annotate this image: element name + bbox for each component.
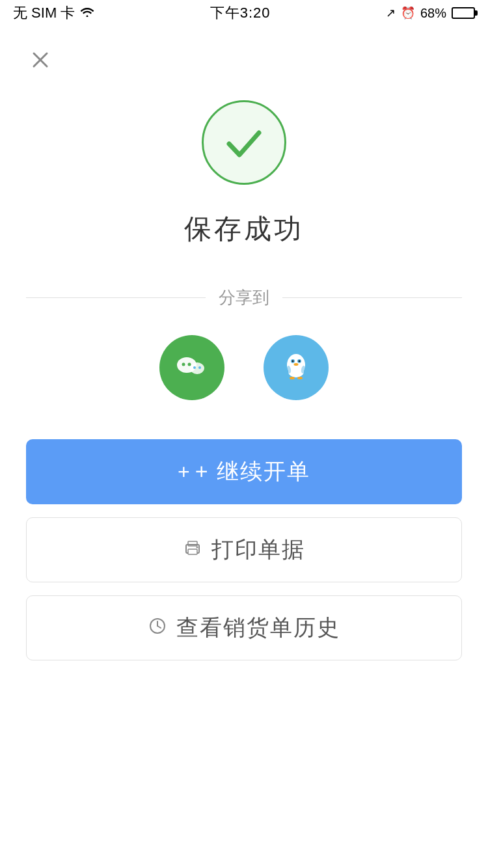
divider-left [26,297,206,298]
success-circle [202,100,286,185]
share-label: 分享到 [219,286,269,309]
time-display: 下午3:20 [210,3,271,23]
carrier-text: 无 SIM 卡 [13,3,75,23]
svg-point-5 [188,363,191,366]
status-icons: ↗ ⏰ 68% [386,6,475,21]
clock-icon [148,616,167,641]
share-icons [159,335,329,400]
svg-point-6 [193,366,196,369]
svg-point-14 [294,363,299,366]
svg-point-17 [297,377,303,379]
carrier-wifi: 无 SIM 卡 [13,3,94,23]
checkmark-icon [221,120,267,165]
continue-button[interactable]: + + 继续开单 [26,439,462,504]
svg-rect-21 [188,549,197,554]
svg-point-13 [299,360,301,362]
svg-point-16 [290,377,295,379]
wifi-icon [80,7,94,20]
print-button[interactable]: 打印单据 [26,517,462,582]
svg-point-23 [197,546,198,548]
close-area [0,26,488,81]
alarm-icon: ⏰ [401,6,415,20]
battery-icon [452,7,475,19]
success-section: 保存成功 [0,81,488,273]
svg-point-4 [182,363,185,366]
print-label: 打印单据 [211,535,305,565]
svg-point-12 [292,360,294,362]
history-label: 查看销货单历史 [176,613,340,643]
action-section: + + 继续开单 打印单据 查看销货单历史 [0,426,488,673]
close-button[interactable] [26,46,55,74]
battery-text: 68% [420,6,446,21]
history-button[interactable]: 查看销货单历史 [26,595,462,660]
printer-icon [183,537,202,563]
location-icon: ↗ [386,6,396,20]
svg-point-7 [198,366,201,369]
share-section: 分享到 [0,273,488,426]
plus-icon: + [178,460,191,484]
qq-share-button[interactable] [264,335,329,400]
success-title: 保存成功 [184,211,304,247]
wechat-share-button[interactable] [159,335,224,400]
svg-line-26 [157,626,161,628]
share-divider: 分享到 [26,286,462,309]
continue-label: + 继续开单 [195,457,310,487]
divider-right [282,297,462,298]
status-bar: 无 SIM 卡 下午3:20 ↗ ⏰ 68% [0,0,488,26]
svg-point-3 [190,362,204,374]
